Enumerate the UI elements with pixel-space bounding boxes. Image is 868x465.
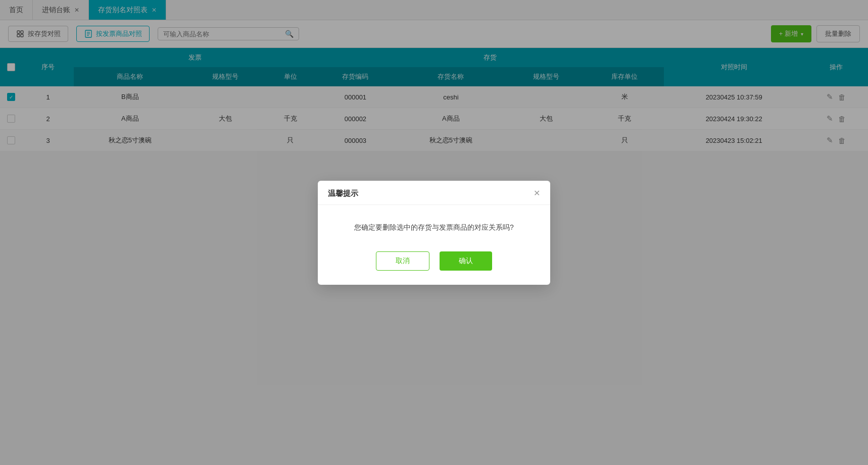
overlay: 温馨提示 ✕ 您确定要删除选中的存货与发票商品的对应关系吗? 取消 确认 — [0, 0, 868, 151]
